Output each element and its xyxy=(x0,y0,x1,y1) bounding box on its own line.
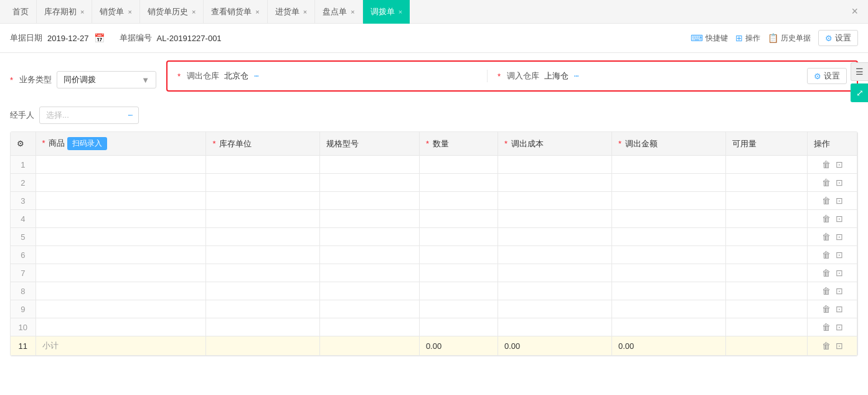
copy-icon[interactable]: ⊡ xyxy=(836,322,843,332)
amount-cell[interactable] xyxy=(611,318,725,336)
history-button[interactable]: 📋 历史单据 xyxy=(768,33,811,44)
qty-cell[interactable] xyxy=(419,282,498,300)
spec-cell[interactable] xyxy=(320,300,420,318)
warehouse-out-more-icon[interactable]: ··· xyxy=(253,70,258,82)
operations-button[interactable]: ⊞ 操作 xyxy=(735,33,760,44)
qty-cell[interactable] xyxy=(419,264,498,282)
cost-cell[interactable] xyxy=(498,264,611,282)
shortcuts-button[interactable]: ⌨ 快捷键 xyxy=(691,33,728,44)
unit-cell[interactable] xyxy=(206,174,320,192)
product-cell[interactable] xyxy=(35,246,206,264)
tab-inventory-count[interactable]: 盘点单 × xyxy=(315,0,362,24)
copy-icon[interactable]: ⊡ xyxy=(836,214,843,224)
tab-purchase-order[interactable]: 进货单 × xyxy=(268,0,315,24)
copy-icon[interactable]: ⊡ xyxy=(836,178,843,188)
tab-view-sales-close[interactable]: × xyxy=(255,8,259,16)
amount-cell[interactable] xyxy=(611,174,725,192)
tab-home[interactable]: 首页 xyxy=(5,0,37,24)
amount-cell[interactable] xyxy=(611,156,725,174)
unit-cell[interactable] xyxy=(206,282,320,300)
delete-icon[interactable]: 🗑 xyxy=(822,232,831,242)
cost-cell[interactable] xyxy=(498,156,611,174)
spec-cell[interactable] xyxy=(320,210,420,228)
calendar-icon[interactable]: 📅 xyxy=(94,33,105,43)
handler-more-icon[interactable]: ··· xyxy=(128,110,132,121)
delete-icon[interactable]: 🗑 xyxy=(822,196,831,206)
amount-cell[interactable] xyxy=(611,192,725,210)
th-gear[interactable]: ⚙ xyxy=(11,132,35,156)
amount-cell[interactable] xyxy=(611,246,725,264)
warehouse-in-more-icon[interactable]: ··· xyxy=(573,70,578,82)
product-cell[interactable] xyxy=(35,228,206,246)
qty-cell[interactable] xyxy=(419,246,498,264)
cost-cell[interactable] xyxy=(498,210,611,228)
copy-icon[interactable]: ⊡ xyxy=(836,232,843,242)
delete-icon[interactable]: 🗑 xyxy=(822,159,831,169)
tab-inventory-init-close[interactable]: × xyxy=(80,8,84,16)
delete-icon[interactable]: 🗑 xyxy=(822,268,831,278)
spec-cell[interactable] xyxy=(320,264,420,282)
qty-cell[interactable] xyxy=(419,318,498,336)
spec-cell[interactable] xyxy=(320,228,420,246)
unit-cell[interactable] xyxy=(206,318,320,336)
tab-inventory-count-close[interactable]: × xyxy=(351,8,354,16)
qty-cell[interactable] xyxy=(419,300,498,318)
unit-cell[interactable] xyxy=(206,210,320,228)
delete-icon[interactable]: 🗑 xyxy=(822,214,831,224)
unit-cell[interactable] xyxy=(206,246,320,264)
product-cell[interactable] xyxy=(35,282,206,300)
product-cell[interactable] xyxy=(35,318,206,336)
qty-cell[interactable] xyxy=(419,228,498,246)
cost-cell[interactable] xyxy=(498,228,611,246)
cost-cell[interactable] xyxy=(498,300,611,318)
tab-sales-history-close[interactable]: × xyxy=(192,8,196,16)
warehouse-settings-button[interactable]: ⚙ 设置 xyxy=(807,68,847,84)
spec-cell[interactable] xyxy=(320,318,420,336)
cost-cell[interactable] xyxy=(498,192,611,210)
amount-cell[interactable] xyxy=(611,300,725,318)
amount-cell[interactable] xyxy=(611,264,725,282)
scan-button[interactable]: 扫码录入 xyxy=(67,137,107,150)
cost-cell[interactable] xyxy=(498,246,611,264)
product-cell[interactable] xyxy=(35,264,206,282)
product-cell[interactable] xyxy=(35,210,206,228)
delete-icon[interactable]: 🗑 xyxy=(822,341,831,351)
amount-cell[interactable] xyxy=(611,210,725,228)
tab-transfer-order-close[interactable]: × xyxy=(399,8,402,16)
copy-icon[interactable]: ⊡ xyxy=(836,304,843,314)
tab-sales-history[interactable]: 销货单历史 × xyxy=(140,0,204,24)
amount-cell[interactable] xyxy=(611,228,725,246)
tab-view-sales[interactable]: 查看销货单 × xyxy=(204,0,267,24)
copy-icon[interactable]: ⊡ xyxy=(836,250,843,260)
product-cell[interactable] xyxy=(35,192,206,210)
unit-cell[interactable] xyxy=(206,300,320,318)
copy-icon[interactable]: ⊡ xyxy=(836,341,843,351)
tab-transfer-order[interactable]: 调拨单 × xyxy=(363,0,410,24)
copy-icon[interactable]: ⊡ xyxy=(836,159,843,169)
spec-cell[interactable] xyxy=(320,174,420,192)
copy-icon[interactable]: ⊡ xyxy=(836,196,843,206)
unit-cell[interactable] xyxy=(206,192,320,210)
qty-cell[interactable] xyxy=(419,192,498,210)
amount-cell[interactable] xyxy=(611,282,725,300)
spec-cell[interactable] xyxy=(320,192,420,210)
tab-sales-order[interactable]: 销货单 × xyxy=(92,0,139,24)
qty-cell[interactable] xyxy=(419,174,498,192)
settings-button[interactable]: ⚙ 设置 xyxy=(818,30,858,46)
spec-cell[interactable] xyxy=(320,246,420,264)
handler-select[interactable]: 选择... ··· xyxy=(39,107,139,124)
delete-icon[interactable]: 🗑 xyxy=(822,178,831,188)
unit-cell[interactable] xyxy=(206,264,320,282)
qty-cell[interactable] xyxy=(419,210,498,228)
warehouse-out-value[interactable]: 北京仓 xyxy=(224,70,248,82)
window-close-button[interactable]: × xyxy=(846,5,863,18)
product-cell[interactable] xyxy=(35,300,206,318)
cost-cell[interactable] xyxy=(498,282,611,300)
product-cell[interactable] xyxy=(35,174,206,192)
copy-icon[interactable]: ⊡ xyxy=(836,286,843,296)
business-type-select[interactable]: 同价调拨 ▼ xyxy=(57,71,156,88)
unit-cell[interactable] xyxy=(206,156,320,174)
delete-icon[interactable]: 🗑 xyxy=(822,322,831,332)
right-panel-list-btn[interactable]: ☰ xyxy=(851,62,868,81)
cost-cell[interactable] xyxy=(498,318,611,336)
